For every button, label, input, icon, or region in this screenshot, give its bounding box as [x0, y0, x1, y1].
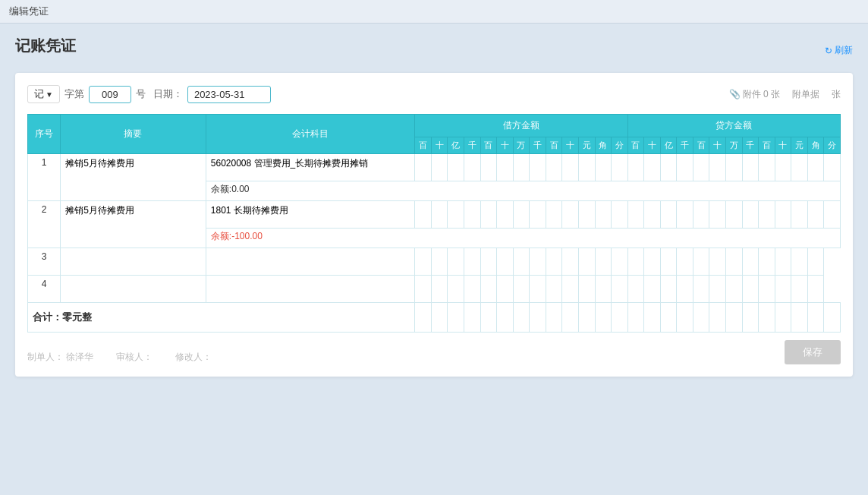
- attach-link[interactable]: 📎 附件 0 张: [729, 88, 780, 101]
- row2-c5[interactable]: [693, 201, 709, 229]
- row2-d9[interactable]: [546, 201, 562, 229]
- reviewer-info: 审核人：: [116, 351, 153, 364]
- maker-name: 徐泽华: [66, 352, 93, 362]
- row2-c9[interactable]: [759, 201, 775, 229]
- row2-c10[interactable]: [775, 201, 791, 229]
- row3-account[interactable]: [206, 248, 415, 276]
- voucher-date-group: 日期：: [153, 86, 271, 103]
- row2-d11[interactable]: [578, 201, 595, 229]
- row1-d4[interactable]: [464, 154, 481, 181]
- row1-d1[interactable]: [415, 154, 432, 181]
- row1-account[interactable]: 56020008 管理费用_长期待摊费用摊销: [206, 154, 415, 181]
- row1-c11[interactable]: [791, 154, 808, 181]
- row2-d2[interactable]: [431, 201, 448, 229]
- voucher-footer: 制单人： 徐泽华 审核人： 修改人： 保存: [27, 340, 841, 364]
- row2-c11[interactable]: [791, 201, 808, 229]
- row2-c2[interactable]: [644, 201, 661, 229]
- row1-d12[interactable]: [595, 154, 612, 181]
- row2-d12[interactable]: [595, 201, 612, 229]
- table-row: 4: [28, 276, 841, 303]
- credit-d11: 元: [791, 137, 808, 154]
- row1-d9[interactable]: [546, 154, 562, 181]
- row1-c13[interactable]: [824, 154, 841, 181]
- reviewer-label: 审核人：: [116, 352, 153, 362]
- credit-d12: 角: [807, 137, 824, 154]
- debit-d11: 元: [578, 137, 595, 154]
- row3-summary[interactable]: [61, 248, 206, 276]
- credit-d3: 亿: [660, 137, 677, 154]
- credit-d2: 十: [644, 137, 661, 154]
- row1-c6[interactable]: [709, 154, 726, 181]
- credit-d1: 百: [627, 137, 644, 154]
- row1-c7[interactable]: [726, 154, 743, 181]
- attach-icon: 📎: [729, 89, 741, 99]
- row1-c3[interactable]: [660, 154, 677, 181]
- row2-c13[interactable]: [824, 201, 841, 229]
- row2-c4[interactable]: [677, 201, 693, 229]
- attach-single-label[interactable]: 附单据: [792, 88, 819, 101]
- row2-c6[interactable]: [709, 201, 726, 229]
- debit-d4: 千: [464, 137, 481, 154]
- row1-d8[interactable]: [530, 154, 546, 181]
- row1-d6[interactable]: [497, 154, 514, 181]
- row2-summary[interactable]: 摊销5月待摊费用: [61, 201, 206, 248]
- row1-d5[interactable]: [480, 154, 497, 181]
- row2-c8[interactable]: [742, 201, 759, 229]
- row1-c1[interactable]: [627, 154, 644, 181]
- row1-d7[interactable]: [513, 154, 530, 181]
- table-row: 1 摊销5月待摊费用 56020008 管理费用_长期待摊费用摊销: [28, 154, 841, 181]
- row1-c10[interactable]: [775, 154, 791, 181]
- editor-info: 修改人：: [175, 351, 212, 364]
- row1-c8[interactable]: [742, 154, 759, 181]
- voucher-type-group: 记 ▼ 字第 号: [27, 85, 146, 103]
- row1-d3[interactable]: [448, 154, 464, 181]
- row2-d10[interactable]: [562, 201, 579, 229]
- row1-d11[interactable]: [578, 154, 595, 181]
- row1-d10[interactable]: [562, 154, 579, 181]
- row1-c9[interactable]: [759, 154, 775, 181]
- col-seq: 序号: [28, 115, 61, 154]
- debit-d3: 亿: [448, 137, 464, 154]
- row1-d13[interactable]: [612, 154, 628, 181]
- row1-summary[interactable]: 摊销5月待摊费用: [61, 154, 206, 201]
- refresh-button[interactable]: ↻ 刷新: [825, 44, 853, 57]
- row2-d4[interactable]: [464, 201, 481, 229]
- row2-account[interactable]: 1801 长期待摊费用: [206, 201, 415, 229]
- row2-d8[interactable]: [530, 201, 546, 229]
- main-container: 记账凭证 ↻ 刷新 记 ▼ 字第 号 日期：: [0, 24, 868, 494]
- debit-d9: 百: [546, 137, 562, 154]
- row2-d7[interactable]: [513, 201, 530, 229]
- row1-seq: 1: [28, 154, 61, 201]
- voucher-number-input[interactable]: [89, 86, 131, 103]
- row2-c3[interactable]: [660, 201, 677, 229]
- row2-d1[interactable]: [415, 201, 432, 229]
- row2-account-name: 长期待摊费用: [234, 205, 288, 216]
- row2-d6[interactable]: [497, 201, 514, 229]
- row2-d13[interactable]: [612, 201, 628, 229]
- footer-info: 制单人： 徐泽华 审核人： 修改人：: [27, 342, 212, 364]
- debit-d7: 万: [513, 137, 530, 154]
- attach-count-label: 张: [832, 88, 841, 101]
- row1-c12[interactable]: [807, 154, 824, 181]
- row3-seq: 3: [28, 248, 61, 276]
- row1-c5[interactable]: [693, 154, 709, 181]
- row2-d3[interactable]: [448, 201, 464, 229]
- row1-c4[interactable]: [677, 154, 693, 181]
- row2-c12[interactable]: [807, 201, 824, 229]
- voucher-type-dropdown[interactable]: 记 ▼: [27, 85, 60, 103]
- total-label: 合计：零元整: [28, 303, 415, 333]
- debit-d6: 十: [497, 137, 514, 154]
- row4-account[interactable]: [206, 276, 415, 303]
- hao-label: 号: [136, 87, 146, 101]
- voucher-date-input[interactable]: [187, 86, 271, 103]
- row4-summary[interactable]: [61, 276, 206, 303]
- row2-c7[interactable]: [726, 201, 743, 229]
- row2-d5[interactable]: [480, 201, 497, 229]
- table-row: 2 摊销5月待摊费用 1801 长期待摊费用: [28, 201, 841, 229]
- col-summary: 摘要: [61, 115, 206, 154]
- chevron-down-icon: ▼: [46, 90, 53, 99]
- row1-c2[interactable]: [644, 154, 661, 181]
- row2-c1[interactable]: [627, 201, 644, 229]
- row1-d2[interactable]: [431, 154, 448, 181]
- save-button[interactable]: 保存: [785, 340, 841, 364]
